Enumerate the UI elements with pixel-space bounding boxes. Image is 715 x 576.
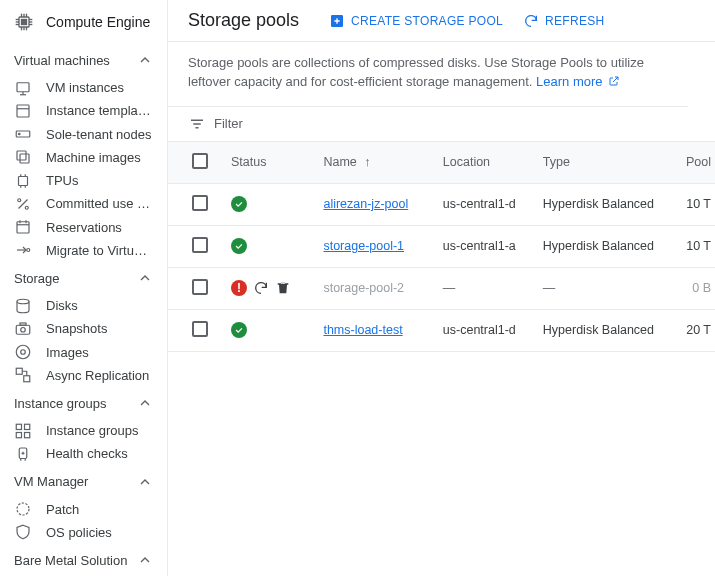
svg-point-35: [27, 249, 30, 252]
svg-rect-14: [17, 82, 29, 91]
button-label: CREATE STORAGE POOL: [351, 14, 503, 28]
create-storage-pool-button[interactable]: CREATE STORAGE POOL: [329, 13, 503, 29]
nav-item-label: Migrate to Virtual Machin…: [46, 243, 153, 258]
svg-rect-45: [25, 424, 30, 429]
nav-item-images[interactable]: Images: [0, 341, 167, 364]
cell-pool-size: 0 B: [676, 267, 715, 309]
nav-item-migrate[interactable]: Migrate to Virtual Machin…: [0, 239, 167, 262]
sidebar: Compute Engine Virtual machines VM insta…: [0, 0, 168, 576]
page-description: Storage pools are collections of compres…: [168, 42, 688, 107]
delete-icon[interactable]: [275, 280, 291, 296]
chevron-up-icon: [137, 395, 153, 411]
svg-rect-46: [16, 432, 21, 437]
cell-location: us-central1-a: [433, 225, 533, 267]
retry-icon[interactable]: [253, 280, 269, 296]
nav-item-label: Async Replication: [46, 368, 149, 383]
main-content: Storage pools CREATE STORAGE POOL REFRES…: [168, 0, 715, 576]
nav-item-label: Reservations: [46, 220, 122, 235]
nav-section-virtual-machines[interactable]: Virtual machines: [0, 44, 167, 76]
nav-section-label: Bare Metal Solution: [14, 553, 127, 568]
nav-item-vm-instances[interactable]: VM instances: [0, 76, 167, 99]
filter-bar[interactable]: Filter: [168, 107, 715, 141]
nav-item-label: TPUs: [46, 173, 79, 188]
column-header-pool[interactable]: Pool: [676, 141, 715, 183]
column-header-status[interactable]: Status: [221, 141, 313, 183]
nav-item-health-checks[interactable]: Health checks: [0, 442, 167, 465]
storage-pools-table: Status Name ↑ Location Type Pool: [168, 141, 715, 352]
nav-section-label: Virtual machines: [14, 53, 110, 68]
nav-item-label: OS policies: [46, 525, 112, 540]
nav-item-os-policies[interactable]: OS policies: [0, 521, 167, 544]
cell-location: us-central1-d: [433, 309, 533, 351]
svg-rect-1: [22, 20, 27, 25]
svg-point-41: [21, 350, 26, 355]
nav-item-patch[interactable]: Patch: [0, 498, 167, 521]
template-icon: [14, 102, 32, 120]
button-label: REFRESH: [545, 14, 604, 28]
nav-item-instance-groups[interactable]: Instance groups: [0, 419, 167, 442]
column-header-location[interactable]: Location: [433, 141, 533, 183]
nav-item-committed-use[interactable]: Committed use discounts: [0, 192, 167, 215]
nav-item-label: Snapshots: [46, 321, 107, 336]
select-all-checkbox[interactable]: [192, 153, 208, 169]
svg-rect-37: [16, 325, 30, 334]
svg-rect-44: [16, 424, 21, 429]
row-checkbox[interactable]: [192, 279, 208, 295]
nav-item-sole-tenant-nodes[interactable]: Sole-tenant nodes: [0, 123, 167, 146]
svg-rect-39: [20, 323, 26, 325]
row-checkbox[interactable]: [192, 237, 208, 253]
health-check-icon: [14, 445, 32, 463]
discount-icon: [14, 195, 32, 213]
nav-section-bare-metal[interactable]: Bare Metal Solution: [0, 544, 167, 576]
nav-item-disks[interactable]: Disks: [0, 294, 167, 317]
column-header-name[interactable]: Name ↑: [313, 141, 432, 183]
row-checkbox[interactable]: [192, 321, 208, 337]
svg-rect-23: [19, 176, 28, 185]
chevron-up-icon: [137, 270, 153, 286]
topbar: Storage pools CREATE STORAGE POOL REFRES…: [168, 0, 715, 42]
nav-item-machine-images[interactable]: Machine images: [0, 146, 167, 169]
status-ok-icon: [231, 322, 247, 338]
svg-point-38: [21, 327, 26, 332]
column-header-type[interactable]: Type: [533, 141, 676, 183]
nav-item-async-replication[interactable]: Async Replication: [0, 364, 167, 387]
pool-name-link[interactable]: storage-pool-1: [323, 239, 404, 253]
cell-pool-size: 20 T: [676, 309, 715, 351]
filter-label: Filter: [214, 116, 243, 131]
nav-item-label: Images: [46, 345, 89, 360]
svg-rect-17: [17, 105, 29, 117]
image-icon: [14, 343, 32, 361]
svg-rect-22: [20, 154, 29, 163]
sort-ascending-icon: ↑: [364, 155, 370, 169]
nav-section-storage[interactable]: Storage: [0, 262, 167, 294]
nav-item-tpus[interactable]: TPUs: [0, 169, 167, 192]
nav-item-label: Committed use discounts: [46, 196, 153, 211]
group-icon: [14, 422, 32, 440]
svg-line-28: [19, 199, 28, 208]
nav-section-label: VM Manager: [14, 474, 88, 489]
svg-point-29: [18, 199, 21, 202]
status-ok-icon: [231, 196, 247, 212]
refresh-icon: [523, 13, 539, 29]
nav-item-label: Sole-tenant nodes: [46, 127, 152, 142]
pool-name-link[interactable]: thms-load-test: [323, 323, 402, 337]
nav-section-vm-manager[interactable]: VM Manager: [0, 466, 167, 498]
cell-type: Hyperdisk Balanced: [533, 225, 676, 267]
row-checkbox[interactable]: [192, 195, 208, 211]
nav-item-snapshots[interactable]: Snapshots: [0, 317, 167, 340]
cell-type: Hyperdisk Balanced: [533, 309, 676, 351]
pool-name-link[interactable]: alirezan-jz-pool: [323, 197, 408, 211]
learn-more-link[interactable]: Learn more: [536, 74, 620, 89]
table-row: thms-load-test us-central1-d Hyperdisk B…: [168, 309, 715, 351]
svg-rect-31: [17, 222, 29, 233]
nav-section-instance-groups[interactable]: Instance groups: [0, 387, 167, 419]
pool-name-text: storage-pool-2: [323, 281, 404, 295]
nav-item-instance-templates[interactable]: Instance templates: [0, 99, 167, 122]
nav-item-reservations[interactable]: Reservations: [0, 216, 167, 239]
chevron-up-icon: [137, 552, 153, 568]
svg-point-36: [17, 299, 29, 304]
replication-icon: [14, 366, 32, 384]
svg-point-40: [16, 345, 30, 359]
refresh-button[interactable]: REFRESH: [523, 13, 604, 29]
patch-icon: [14, 500, 32, 518]
